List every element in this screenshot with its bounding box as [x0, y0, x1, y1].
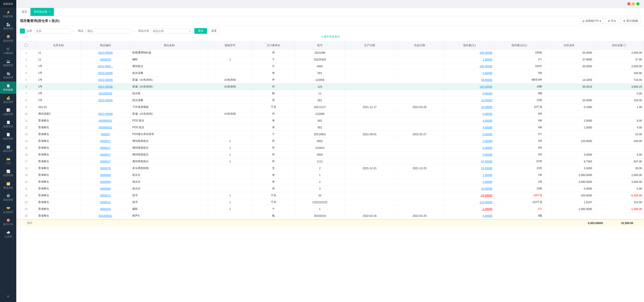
cell-unit: 框 [252, 90, 295, 97]
sidebar-item-base[interactable]: 🗂️ 基础信息 [0, 180, 16, 192]
table-row: 12 晋省粮仓 000900001 POS 批次 米 001 4.00000 4… [16, 124, 644, 131]
sidebar-item-tax[interactable]: 📑 税务管理 [0, 130, 16, 143]
sidebar-item-stats[interactable]: 📊 总账管理 [0, 106, 16, 118]
col-header-code: 商品编码 [80, 42, 130, 49]
cell-code: 0023-00005 [80, 77, 130, 83]
cell-qty-stock: 122千克 [494, 199, 544, 206]
cell-spec [208, 179, 252, 185]
sidebar-item-fixed-asset[interactable]: 🏢 固定资产 [0, 143, 16, 155]
sidebar-item-label: 固定资产 [3, 149, 13, 153]
cell-proddate [345, 63, 394, 70]
cell-spec: 1 [208, 151, 252, 158]
sidebar-item-ops[interactable]: 📈 经营管理 [0, 167, 16, 180]
cell-qty-main: 0.00000 [444, 111, 494, 117]
warehouse-input-wrap [34, 29, 70, 34]
cell-spec [208, 213, 252, 219]
cell-amount: 240.00 [594, 138, 644, 144]
cell-spec: 1 [208, 206, 252, 213]
cell-code: 0000078 [80, 165, 130, 172]
toggle-btn[interactable]: 👁 显示/隐藏 [620, 18, 640, 24]
cell-name: POS 批次 [130, 124, 208, 131]
sidebar-settings[interactable]: ⚙ [0, 293, 16, 300]
sidebar-item-ecom[interactable]: 💻 电商管理 [0, 57, 16, 69]
print-icon: 🖨 [582, 20, 585, 23]
setting-btn[interactable]: 设置 [209, 28, 219, 34]
inventory-icon: 📋 [6, 84, 10, 87]
expand-arrow[interactable]: › [20, 29, 25, 34]
sidebar-item-purchase[interactable]: 🛍️ 采购管理 [0, 69, 16, 82]
cell-expdate [394, 77, 444, 83]
tab-home[interactable]: 首页 [18, 8, 30, 16]
sidebar-item-hr[interactable]: 💳 工资 [0, 155, 16, 167]
cell-code: 000900001 [80, 124, 130, 131]
cell-code: 0023-00008 [80, 111, 130, 117]
cell-warehouse: 晋省粮仓 [36, 151, 80, 158]
product-input[interactable] [87, 30, 128, 33]
expand-conditions[interactable]: ▾ 展开更多条件 [20, 34, 640, 40]
sidebar-logo[interactable]: 搜索菜单 [0, 0, 16, 8]
sidebar-item-label: 云应用 [4, 235, 12, 238]
cell-batch: 20211217 [295, 104, 345, 111]
cell-proddate [345, 206, 394, 213]
sidebar-item-asset[interactable]: 💰 资金管理 [0, 94, 16, 106]
cell-amount: 716.00 [594, 77, 644, 83]
cell-name: 测试批次 [130, 63, 208, 70]
win-close-btn[interactable] [627, 2, 630, 6]
footer-amount-total: 32,589.06 [621, 222, 633, 225]
select-all-checkbox[interactable] [25, 44, 28, 47]
cell-code: 0000017 [80, 158, 130, 165]
cell-qty-stock: 10米 [494, 185, 544, 192]
win-min-btn[interactable] [632, 2, 635, 6]
cell-expdate [394, 83, 444, 90]
sidebar-item-label: 经营管理 [3, 174, 13, 177]
cell-warehouse: 1号 [36, 77, 80, 83]
cell-warehouse: A01-01 [36, 104, 80, 111]
sidebar-item-collab[interactable]: 🤝 企业协同 [0, 204, 16, 216]
cell-qty-stock: 10支 [494, 165, 544, 172]
cell-qty-stock: 0瓶 [494, 213, 544, 219]
cell-spec [208, 63, 252, 70]
table-row: 4 1号 0023-00005 批次适量 米 001 0.00000 0米 44… [16, 70, 644, 77]
print-btn[interactable]: 🖨 按模板打印 ▾ [580, 18, 604, 24]
sidebar-item-wholesale[interactable]: 📦 批发管理 [0, 33, 16, 45]
cell-unit: 件 [252, 158, 295, 165]
cell-qty-main: 100.00000 [444, 63, 494, 70]
cell-name: 富诚（白色/灰棕） [130, 111, 208, 117]
cell-spec [208, 117, 252, 124]
cell-qty-main: 122.00000 [444, 199, 494, 206]
toggle-icon: 👁 [623, 20, 626, 23]
sidebar-item-sys[interactable]: ⚙️ 系统管理 [0, 192, 16, 204]
cell-index: 1 [16, 49, 36, 56]
export-btn[interactable]: ⬆ 导出 [605, 18, 619, 24]
table-row: 8 2号 0023-00005 批次适量 米 001 10.00000 10米 … [16, 97, 644, 104]
cell-warehouse: 晋省粮仓 [36, 124, 80, 131]
cell-qty-main: 0.00000 [444, 144, 494, 151]
cell-amount: 9.00 [594, 151, 644, 158]
win-max-btn[interactable] [636, 2, 640, 6]
sidebar-item-cloud[interactable]: ☁️ 云应用 [0, 228, 16, 241]
col-header-name: 商品名称 [130, 42, 208, 49]
page-header: 现存量查询(按仓库＋批次) 🖨 按模板打印 ▾ ⬆ 导出 👁 显示/隐藏 [16, 16, 644, 26]
category-input[interactable] [153, 30, 189, 33]
cell-name: POS显示库存异常 [130, 131, 208, 138]
sidebar-item-quick-nav[interactable]: ⚡ 快捷导航 [0, 8, 16, 20]
cell-qty-stock: 0框 [494, 90, 544, 97]
sidebar-item-retail[interactable]: 🏪 零售管理 [0, 20, 16, 33]
sidebar-item-newbie[interactable]: 🎯 新手引导 [0, 216, 16, 228]
tab-inventory-batch[interactable]: 库存批次查 ✕ [30, 8, 54, 16]
sidebar-item-mini-ecom[interactable]: 🛒 小额电商 [0, 45, 16, 57]
tab-close-btn[interactable]: ✕ [49, 11, 51, 13]
asset-icon: 💰 [6, 96, 10, 100]
table-container[interactable]: 仓库名称 商品编码 商品名称 规格型号 主计量单位 批号 生产日期 失效日期 现… [16, 42, 644, 302]
warehouse-input[interactable] [36, 30, 63, 33]
cell-name: 多头黑色软线 [130, 165, 208, 172]
search-btn[interactable]: 查询 [194, 28, 207, 34]
sidebar-item-inventory[interactable]: 📋 库存核查 [0, 82, 16, 94]
table-row: 9 A01-01 子件保质期超 千克 20211217 2021-12-17 2… [16, 104, 644, 111]
cell-qty-main: 1.00000 [444, 179, 494, 185]
cell-proddate [345, 151, 394, 158]
sidebar-item-invoice[interactable]: 🧾 发票管理 [0, 118, 16, 130]
cell-code [80, 104, 130, 111]
table-row: 21 晋省粮仓 0000084 批次次 米 3 10.00000 10米 0.0… [16, 185, 644, 192]
category-dropdown-icon[interactable]: ▾ [189, 30, 190, 33]
